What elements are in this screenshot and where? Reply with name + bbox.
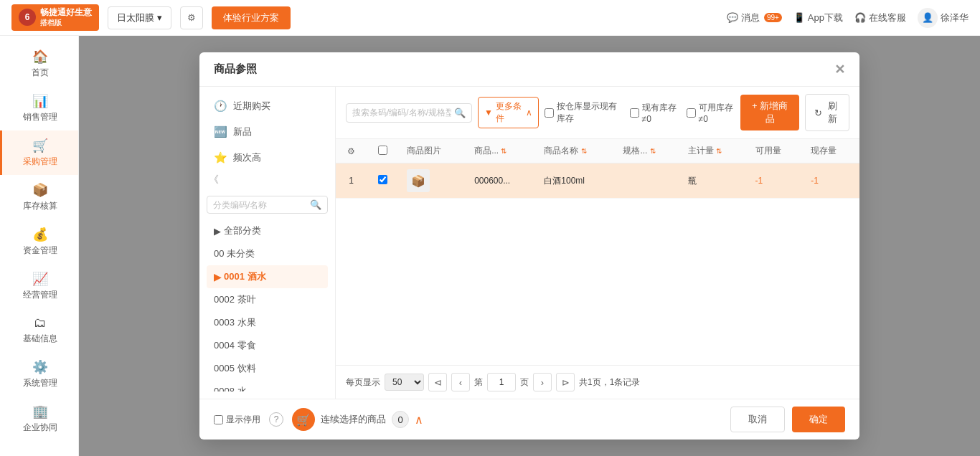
sidebar-item-inventory[interactable]: 📦 库存核算 (0, 175, 78, 219)
next-page-btn[interactable]: › (533, 373, 552, 391)
online-service-action[interactable]: 🎧 在线客服 (854, 11, 906, 24)
category-0005[interactable]: 0005 饮料 (207, 357, 328, 380)
tab-recent-purchase[interactable]: 🕐 近期购买 (207, 94, 328, 118)
search-icon[interactable]: 🔍 (454, 108, 466, 118)
modal-close-button[interactable]: ✕ (834, 63, 845, 76)
category-0004[interactable]: 0004 零食 (207, 334, 328, 357)
category-00[interactable]: 00 未分类 (207, 242, 328, 265)
row-checkbox-cell[interactable] (367, 163, 400, 199)
sort-spec-icon: ⇅ (650, 147, 656, 155)
logo: 6 畅捷通好生意 搭档版 (11, 4, 99, 30)
category-search-icon[interactable]: 🔍 (310, 199, 321, 210)
sidebar-label-operation: 经营管理 (23, 289, 57, 301)
per-page-label: 每页显示 (346, 376, 380, 389)
chevron-up-icon: ∧ (526, 108, 532, 118)
app-download-action[interactable]: 📱 App下载 (793, 11, 843, 24)
last-page-btn[interactable]: ⊳ (556, 373, 575, 391)
sidebar-item-purchase[interactable]: 🛒 采购管理 (0, 130, 78, 175)
chevron-down-icon: ▾ (157, 12, 162, 23)
row-image: 📦 (400, 163, 467, 199)
checkbox-warehouse-stock-input[interactable] (545, 108, 554, 118)
category-all[interactable]: ▶ 全部分类 (207, 219, 328, 242)
checkbox-stock-nonzero-input[interactable] (630, 108, 639, 118)
app-download-label: App下载 (808, 11, 843, 24)
col-name-label: 商品名称 (544, 146, 578, 156)
category-0003[interactable]: 0003 水果 (207, 311, 328, 334)
col-name[interactable]: 商品名称 ⇅ (537, 139, 616, 163)
col-code[interactable]: 商品... ⇅ (467, 139, 537, 163)
sidebar-item-system[interactable]: ⚙️ 系统管理 (0, 352, 78, 396)
store-selector[interactable]: 日太阳膜 ▾ (108, 6, 171, 29)
col-available: 可用量 (748, 139, 804, 163)
sidebar-item-basic[interactable]: 🗂 基础信息 (0, 308, 78, 352)
checkbox-group: 按仓库显示现有库存 现有库存≠0 可用库存≠0 (545, 100, 735, 125)
footer-actions: 取消 确定 (730, 407, 845, 432)
col-settings[interactable]: ⚙ (336, 139, 367, 163)
finance-icon: 💰 (32, 227, 48, 242)
checkbox-available-nonzero-input[interactable] (687, 108, 696, 118)
confirm-button[interactable]: 确定 (792, 407, 845, 432)
help-button[interactable]: ? (269, 412, 283, 427)
page-input[interactable] (487, 373, 516, 391)
col-spec[interactable]: 规格... ⇅ (616, 139, 681, 163)
per-page-select[interactable]: 50 100 (385, 374, 424, 391)
page-suffix: 页 (520, 376, 529, 389)
checkbox-available-nonzero[interactable]: 可用库存≠0 (687, 102, 735, 124)
row-name: 白酒100ml (537, 163, 616, 199)
first-page-btn[interactable]: ⊲ (428, 373, 447, 391)
prev-page-btn[interactable]: ‹ (451, 373, 470, 391)
product-table: ⚙ 商品图片 商品... ⇅ (336, 139, 859, 199)
pagination: 每页显示 50 100 ⊲ ‹ 第 页 › ⊳ 共 (336, 365, 859, 399)
chevron-up-button[interactable]: ∧ (415, 413, 423, 427)
category-all-label: 全部分类 (224, 224, 261, 237)
sidebar-item-sales[interactable]: 📊 销售管理 (0, 86, 78, 130)
sidebar-item-operation[interactable]: 📈 经营管理 (0, 264, 78, 308)
sidebar-label-sales: 销售管理 (23, 111, 57, 123)
col-unit-label: 主计量 (688, 146, 714, 156)
category-search: 🔍 (207, 196, 328, 214)
left-tabs: 🕐 近期购买 🆕 新品 ⭐ 频次高 (199, 94, 335, 170)
basic-icon: 🗂 (34, 315, 47, 331)
sidebar-item-home[interactable]: 🏠 首页 (0, 42, 78, 86)
online-service-label: 在线客服 (869, 11, 906, 24)
row-checkbox[interactable] (378, 175, 387, 184)
category-00-label: 00 未分类 (214, 247, 255, 260)
checkbox-available-nonzero-label: 可用库存≠0 (699, 102, 735, 124)
user-profile[interactable]: 👤 徐泽华 (918, 8, 969, 28)
continuous-select: 🛒 连续选择的商品 0 ∧ (292, 408, 423, 431)
product-reference-modal: 商品参照 ✕ 🕐 近期购买 🆕 (199, 52, 859, 440)
sidebar-item-corp[interactable]: 🏢 企业协同 (0, 396, 78, 441)
checkbox-stock-nonzero[interactable]: 现有库存≠0 (630, 102, 678, 124)
checkbox-warehouse-stock[interactable]: 按仓库显示现有库存 (545, 100, 621, 125)
category-list: ▶ 全部分类 00 未分类 ▶ 0001 酒水 0002 茶 (199, 219, 335, 391)
corp-icon: 🏢 (32, 404, 48, 419)
experience-button[interactable]: 体验行业方案 (212, 6, 291, 29)
table-row[interactable]: 1 📦 000600... 白酒100ml (336, 163, 859, 199)
category-search-input[interactable] (213, 200, 307, 210)
cart-button[interactable]: 🛒 (292, 408, 315, 431)
message-action[interactable]: 💬 消息 99+ (727, 11, 782, 24)
refresh-button[interactable]: ↻ 刷新 (805, 94, 849, 131)
sidebar-label-system: 系统管理 (23, 377, 57, 389)
mobile-icon: 📱 (793, 12, 805, 23)
category-0003-label: 0003 水果 (214, 316, 256, 329)
sidebar-item-finance[interactable]: 💰 资金管理 (0, 219, 78, 264)
filter-icon: ▼ (484, 108, 493, 118)
collapse-button[interactable]: 《 (207, 173, 221, 187)
sidebar-label-finance: 资金管理 (23, 244, 57, 257)
select-all-checkbox[interactable] (378, 146, 387, 155)
category-0008[interactable]: 0008 水 (207, 380, 328, 391)
show-disabled-checkbox[interactable]: 显示停用 (214, 414, 260, 426)
show-disabled-input[interactable] (214, 415, 223, 424)
settings-button[interactable]: ⚙ (180, 6, 203, 29)
col-unit[interactable]: 主计量 ⇅ (681, 139, 748, 163)
category-0002[interactable]: 0002 茶叶 (207, 288, 328, 311)
product-search-input[interactable] (352, 108, 451, 118)
category-0001[interactable]: ▶ 0001 酒水 (207, 265, 328, 288)
sort-code-icon: ⇅ (501, 147, 507, 155)
cancel-button[interactable]: 取消 (730, 407, 785, 432)
tab-frequent[interactable]: ⭐ 频次高 (207, 146, 328, 170)
tab-new-product[interactable]: 🆕 新品 (207, 120, 328, 144)
more-filter-button[interactable]: ▼ 更多条件 ∧ (478, 97, 539, 128)
add-product-button[interactable]: + 新增商品 (740, 95, 800, 130)
